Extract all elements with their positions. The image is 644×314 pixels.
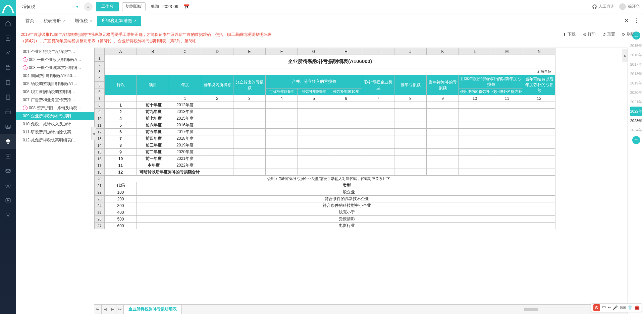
row-header[interactable]: 22 <box>95 189 105 196</box>
cell[interactable] <box>427 162 459 169</box>
cell[interactable] <box>427 155 459 162</box>
tree-item[interactable]: !008-资产折旧、摊销及纳税… <box>16 104 94 112</box>
tree-item[interactable]: 010-免税、减计收入及加计… <box>16 120 94 128</box>
row-header[interactable]: 21 <box>95 182 105 189</box>
cell[interactable] <box>201 169 233 176</box>
cell[interactable] <box>523 135 555 142</box>
cell[interactable]: 2021年度 <box>169 155 201 162</box>
cell[interactable]: 200 <box>105 196 137 202</box>
tree-item[interactable]: 009-企业所得税弥补亏损明… <box>16 112 94 120</box>
cell[interactable] <box>427 109 459 115</box>
col-header[interactable]: F <box>266 48 298 55</box>
cell[interactable]: 2 <box>105 109 137 115</box>
cell[interactable]: 7 <box>105 135 137 142</box>
cell[interactable]: 前三年度 <box>137 142 169 149</box>
cell[interactable]: 代码 <box>105 182 137 189</box>
cell[interactable] <box>233 109 266 115</box>
cell[interactable] <box>266 155 298 162</box>
cell[interactable] <box>459 149 491 155</box>
cell[interactable]: 8 <box>394 95 427 102</box>
cell[interactable] <box>233 142 266 149</box>
close-icon[interactable]: × <box>90 18 92 23</box>
cell[interactable] <box>459 142 491 149</box>
cell[interactable]: 一般企业 <box>137 189 555 196</box>
row-header[interactable]: 5 <box>95 82 105 88</box>
cell[interactable] <box>233 129 266 135</box>
cell[interactable] <box>523 115 555 122</box>
cell[interactable] <box>330 142 362 149</box>
expand-right-handle[interactable]: ▶ <box>623 49 628 62</box>
cell[interactable] <box>362 142 394 149</box>
nav-doc-icon[interactable] <box>0 31 16 46</box>
cell[interactable] <box>330 169 362 176</box>
cell[interactable]: 6 <box>105 129 137 135</box>
nav-image-icon[interactable] <box>0 119 16 134</box>
cell[interactable] <box>298 149 330 155</box>
cell[interactable] <box>201 135 233 142</box>
cell[interactable] <box>298 109 330 115</box>
col-header[interactable]: E <box>233 48 266 55</box>
nav-store-icon[interactable] <box>0 105 16 119</box>
cell[interactable]: 5 <box>298 95 330 102</box>
download-button[interactable]: ⬇下载 <box>563 32 576 37</box>
cell[interactable] <box>427 102 459 109</box>
row-header[interactable]: 9 <box>95 109 105 115</box>
cell[interactable] <box>491 109 523 115</box>
row-header[interactable]: 2 <box>95 62 105 68</box>
spreadsheet[interactable]: ABCDEFGHIJKLMN1企业所得税弥补亏损明细表(A106000)23金额… <box>94 48 628 305</box>
cell[interactable] <box>394 162 427 169</box>
cell[interactable] <box>266 149 298 155</box>
cell[interactable]: 12 <box>105 169 137 176</box>
cell[interactable]: 前五年度 <box>137 129 169 135</box>
cell[interactable]: 8 <box>105 142 137 149</box>
row-header[interactable]: 7 <box>95 95 105 102</box>
user-menu[interactable]: 徐泽华 <box>619 3 640 10</box>
cell[interactable] <box>427 149 459 155</box>
cell[interactable]: 300 <box>105 202 137 209</box>
col-header[interactable]: D <box>201 48 233 55</box>
tab-close-all-icon[interactable]: ✕ <box>624 17 629 24</box>
tree-item[interactable]: 012-减免所得税优惠明细表(… <box>16 136 94 144</box>
cell[interactable] <box>459 135 491 142</box>
cell[interactable] <box>201 155 233 162</box>
cell[interactable] <box>266 169 298 176</box>
cell[interactable] <box>491 162 523 169</box>
cell[interactable]: 2016年度 <box>169 122 201 129</box>
cell[interactable]: 2022年度 <box>169 162 201 169</box>
row-header[interactable]: 18 <box>95 169 105 176</box>
cell[interactable] <box>427 142 459 149</box>
year-2023年[interactable]: 2023年 <box>630 116 642 125</box>
cell[interactable] <box>298 162 330 169</box>
cell[interactable] <box>427 135 459 142</box>
tree-item[interactable]: 007-广告费和业务宣传费跨… <box>16 96 94 104</box>
tree-item[interactable]: !002-一般企业收入明细表(A… <box>16 56 94 64</box>
cell[interactable] <box>201 149 233 155</box>
cell[interactable] <box>298 169 330 176</box>
tree-item[interactable]: 006-职工薪酬纳税调整明细… <box>16 88 94 96</box>
cell[interactable]: 5 <box>105 122 137 129</box>
row-header[interactable]: 14 <box>95 142 105 149</box>
row-header[interactable]: 3 <box>95 68 105 75</box>
cell[interactable] <box>330 162 362 169</box>
nav-clipboard-icon[interactable] <box>0 75 16 90</box>
col-header[interactable]: K <box>427 48 459 55</box>
cell[interactable] <box>523 129 555 135</box>
cell[interactable] <box>362 155 394 162</box>
row-header[interactable]: 24 <box>95 202 105 209</box>
cell[interactable] <box>394 135 427 142</box>
cell[interactable] <box>427 129 459 135</box>
ime-toolbar[interactable]: S 中 •• 🎤 ⌨ 👕 🧰 <box>591 303 642 312</box>
row-header[interactable]: 17 <box>95 162 105 169</box>
cell[interactable] <box>459 102 491 109</box>
cell[interactable] <box>427 122 459 129</box>
cell[interactable] <box>362 135 394 142</box>
app-logo[interactable] <box>0 0 16 16</box>
cell[interactable] <box>105 95 137 102</box>
cell[interactable] <box>330 149 362 155</box>
nav-home-icon[interactable] <box>0 16 16 31</box>
cell[interactable]: 前十年度 <box>137 102 169 109</box>
cell[interactable]: 受疫情影 <box>137 216 555 223</box>
sheet-prev-icon[interactable]: ◀ <box>102 305 109 314</box>
row-header[interactable]: 11 <box>95 122 105 129</box>
calendar-icon[interactable]: 📅 <box>183 3 190 10</box>
